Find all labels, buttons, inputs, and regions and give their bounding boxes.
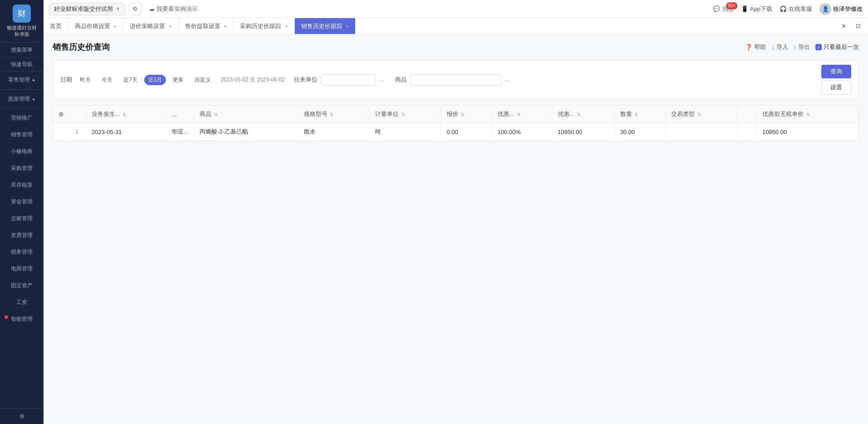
product-input[interactable] <box>410 74 501 86</box>
sidebar-item-wholesale[interactable]: 批发管理 ▲ <box>0 91 44 107</box>
col-unit[interactable]: 计量单位 ⇅ <box>370 106 441 123</box>
tab-close-icon[interactable]: × <box>169 24 171 29</box>
sidebar-item-label: 库存核算 <box>11 181 33 189</box>
sort-icon: ⇅ <box>401 112 405 117</box>
content-area: 销售历史价查询 ❓ 帮助 ↓ 导入 ↑ 导出 ✓ 只看最后一次 <box>44 34 868 424</box>
sidebar-item-ecommerce-mini[interactable]: 小畅电商 <box>0 143 44 160</box>
tab-home[interactable]: 首页 <box>44 18 68 34</box>
col-trade-type[interactable]: 交易类型 ⇅ <box>665 106 737 123</box>
date-btn-yesterday[interactable]: 昨天 <box>76 75 95 85</box>
tab-sales-history[interactable]: 销售历史价跟踪 × <box>295 18 356 34</box>
date-filter-group: 日期 昨天 今天 近7天 近1月 更多 自定义 2023-05-02 至 202… <box>60 75 285 85</box>
tab-purchase-strategy[interactable]: 进价策略设置 × <box>123 18 178 34</box>
cell-discount1: 100.00% <box>492 123 552 141</box>
sidebar-item-smart[interactable]: 智能管理 <box>0 311 44 328</box>
maximize-icon: ⊡ <box>856 23 861 29</box>
sidebar-search[interactable]: 搜索菜单 <box>0 43 44 58</box>
user-name: 徐泽华修改 <box>833 5 863 13</box>
sidebar-item-sales[interactable]: 销售管理 <box>0 126 44 143</box>
date-btn-today[interactable]: 今天 <box>98 75 117 85</box>
query-button[interactable]: 查询 <box>821 65 851 78</box>
tab-price-extract[interactable]: 售价提取设置 × <box>179 18 234 34</box>
source-filter-group: 往来单位 ··· <box>294 74 386 86</box>
source-dots-button[interactable]: ··· <box>377 76 386 84</box>
filter-settings-button[interactable]: 设置 <box>821 80 851 95</box>
cell-more: 华谊... <box>166 123 194 141</box>
sidebar-item-finance[interactable]: 资金管理 <box>0 193 44 210</box>
tab-close-icon[interactable]: × <box>346 24 349 29</box>
cloud-icon: ☁ <box>149 5 155 12</box>
tab-purchase-history[interactable]: 采购历史价跟踪 × <box>234 18 294 34</box>
date-btn-last1m[interactable]: 近1月 <box>144 75 166 85</box>
date-options: 昨天 今天 近7天 近1月 更多 自定义 <box>76 75 215 85</box>
col-discount1[interactable]: 优惠... ⇅ <box>492 106 552 123</box>
help-button[interactable]: ❓ 帮助 <box>745 43 766 51</box>
import-icon: ↓ <box>771 44 775 51</box>
sort-icon: ⇅ <box>461 112 464 117</box>
tab-close-all-button[interactable]: ✕ <box>837 20 850 33</box>
col-price[interactable]: 报价 ⇅ <box>441 106 492 123</box>
sidebar-item-ecommerce[interactable]: 电商管理 <box>0 260 44 277</box>
sidebar-item-purchase[interactable]: 采购管理 <box>0 160 44 177</box>
sidebar-item-invoice[interactable]: 发票管理 <box>0 227 44 244</box>
sidebar-item-label: 发票管理 <box>11 231 33 239</box>
tab-label: 商品价格设置 <box>75 22 110 30</box>
user-info[interactable]: 👤 徐泽华修改 <box>819 3 863 15</box>
tab-close-icon[interactable]: × <box>114 24 117 29</box>
only-last-checkbox[interactable]: ✓ 只看最后一次 <box>815 43 859 51</box>
workspace-selector[interactable]: 好业财标准版交付试用 ▼ <box>49 3 125 15</box>
col-label: 计量单位 <box>375 111 399 117</box>
sidebar-bottom-settings[interactable]: ⚙ <box>0 408 44 424</box>
col-more[interactable]: ... <box>166 106 194 123</box>
tabbar-actions: ✕ ⊡ <box>834 20 868 33</box>
app-download-button[interactable]: 📱 App下载 <box>741 5 772 13</box>
product-input-group: ··· <box>410 74 512 86</box>
col-pre-tax-price[interactable]: 优惠前无税单价 ⇅ <box>756 106 858 123</box>
date-btn-last7[interactable]: 近7天 <box>119 75 141 85</box>
sidebar-item-label: 电商管理 <box>11 265 33 273</box>
col-quantity[interactable]: 数量 ⇅ <box>614 106 665 123</box>
table-row: 1 2023-05-31 华谊... 丙烯酸-2-乙基己酯 散水 <box>53 123 858 141</box>
tab-maximize-button[interactable]: ⊡ <box>852 20 864 33</box>
date-btn-custom[interactable]: 自定义 <box>190 75 215 85</box>
sidebar-item-ledger[interactable]: 总账管理 <box>0 210 44 227</box>
tab-close-icon[interactable]: × <box>285 24 288 29</box>
sidebar-item-label: 批发管理 <box>8 95 30 103</box>
sidebar-item-label: 税务管理 <box>11 248 33 256</box>
workspace-label: 好业财标准版交付试用 <box>54 5 113 13</box>
tab-product-price[interactable]: 商品价格设置 × <box>68 18 123 34</box>
source-input[interactable] <box>321 74 375 86</box>
sidebar-item-tax[interactable]: 税务管理 <box>0 244 44 260</box>
col-biz-date[interactable]: 业务发生... ⇅ <box>86 106 166 123</box>
sidebar-item-fixed-assets[interactable]: 固定资产 <box>0 277 44 294</box>
export-button[interactable]: ↑ 导出 <box>794 43 810 51</box>
cell-spacer <box>737 123 756 141</box>
product-dots-button[interactable]: ··· <box>503 76 512 84</box>
import-label: 导入 <box>776 43 788 51</box>
phone-icon: 📱 <box>741 5 748 12</box>
col-product[interactable]: 商品 ⇅ <box>194 106 298 123</box>
main-area: 好业财标准版交付试用 ▼ ⚙ ☁ 我要看实例演示 💬 消息 99+ 📱 App下… <box>44 0 868 424</box>
tab-close-icon[interactable]: × <box>224 24 227 29</box>
col-spec[interactable]: 规格型号 ⇅ <box>298 106 370 123</box>
sidebar-item-inventory[interactable]: 库存核算 <box>0 177 44 193</box>
col-discount2[interactable]: 优惠... ⇅ <box>552 106 614 123</box>
topbar-settings-button[interactable]: ⚙ <box>129 3 141 15</box>
demo-link[interactable]: ☁ 我要看实例演示 <box>149 5 198 13</box>
page-title: 销售历史价查询 <box>53 42 110 53</box>
import-button[interactable]: ↓ 导入 <box>771 43 788 51</box>
col-label: 报价 <box>447 111 458 117</box>
source-input-group: ··· <box>321 74 386 86</box>
date-btn-more[interactable]: 更多 <box>169 75 188 85</box>
cell-spec: 散水 <box>298 123 370 141</box>
demo-label: 我要看实例演示 <box>156 5 198 13</box>
sidebar-item-retail[interactable]: 零售管理 ▲ <box>0 72 44 88</box>
online-service-button[interactable]: 🎧 在线客服 <box>780 5 812 13</box>
sidebar-item-salary[interactable]: 工资 <box>0 294 44 311</box>
col-settings[interactable]: ⚙ <box>53 106 70 123</box>
sidebar-nav[interactable]: 快捷导航 <box>0 58 44 72</box>
filter-bar: 日期 昨天 今天 近7天 近1月 更多 自定义 2023-05-02 至 202… <box>53 60 859 100</box>
sidebar-item-marketing[interactable]: 营销推广 <box>0 110 44 126</box>
message-button[interactable]: 💬 消息 99+ <box>713 5 734 13</box>
filter-buttons: 查询 设置 <box>821 65 851 95</box>
